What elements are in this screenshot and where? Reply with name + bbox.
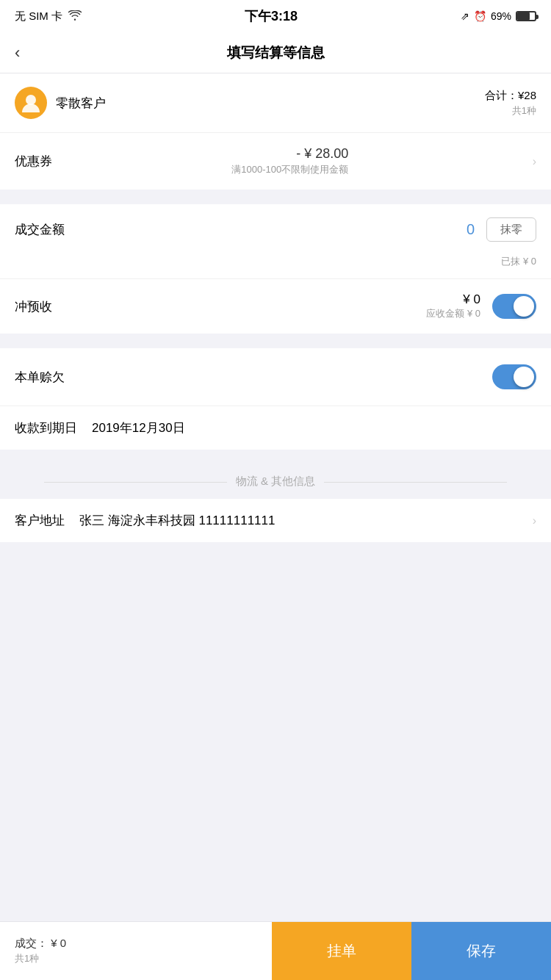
status-left: 无 SIM 卡 [15, 10, 82, 24]
deal-value: 0 [467, 221, 475, 238]
debt-label: 本单赊欠 [15, 369, 65, 386]
alarm-icon: ⏰ [474, 10, 486, 22]
coupon-row[interactable]: 优惠券 - ¥ 28.00 满1000-100不限制使用金额 › [0, 132, 551, 190]
deal-sub: 已抹 ¥ 0 [0, 255, 551, 278]
customer-row: 零散客户 合计：¥28 共1种 [0, 73, 551, 132]
precollect-toggle[interactable] [492, 294, 536, 319]
divider-3 [0, 457, 551, 464]
content: 零散客户 合计：¥28 共1种 优惠券 - ¥ 28.00 满1000-100不… [0, 73, 551, 682]
bottom-bar: 成交： ¥ 0 共1种 挂单 保存 [0, 921, 551, 980]
coupon-amount: - ¥ 28.00 [231, 146, 348, 162]
precollect-amounts: ¥ 0 应收金额 ¥ 0 [426, 292, 480, 320]
deal-right: 0 抹零 [467, 217, 536, 242]
debt-section: 本单赊欠 收款到期日 2019年12月30日 [0, 348, 551, 450]
deal-amount-row: 成交金额 0 抹零 [0, 204, 551, 255]
customer-left: 零散客户 [15, 87, 106, 119]
coupon-label: 优惠券 [15, 153, 52, 170]
nav-bar: ‹ 填写结算等信息 [0, 32, 551, 73]
deal-label: 成交金额 [15, 221, 65, 238]
due-label: 收款到期日 [15, 419, 77, 436]
save-button[interactable]: 保存 [411, 922, 551, 981]
logistics-label: 物流 & 其他信息 [227, 475, 324, 487]
customer-right: 合计：¥28 共1种 [485, 89, 536, 118]
logistics-header: 物流 & 其他信息 [0, 464, 551, 499]
status-bar: 无 SIM 卡 下午3:18 ⇗ ⏰ 69% [0, 0, 551, 32]
svg-point-0 [26, 95, 36, 105]
total-count: 共1种 [485, 104, 536, 118]
hold-button[interactable]: 挂单 [272, 922, 411, 981]
divider-1 [0, 197, 551, 204]
chevron-right-icon: › [533, 155, 536, 168]
bottom-deal-label: 成交： ¥ 0 [15, 937, 257, 951]
precollect-row: 冲预收 ¥ 0 应收金额 ¥ 0 [0, 278, 551, 334]
coupon-right: - ¥ 28.00 满1000-100不限制使用金额 [231, 146, 348, 176]
due-date-row: 收款到期日 2019年12月30日 [0, 406, 551, 450]
back-button[interactable]: ‹ [15, 43, 20, 62]
avatar [15, 87, 47, 119]
total-label: 合计：¥28 [485, 89, 536, 103]
wifi-icon [68, 10, 82, 23]
address-row[interactable]: 客户地址 张三 海淀永丰科技园 11111111111 › [0, 499, 551, 542]
toggle-knob [514, 296, 534, 317]
precollect-right: ¥ 0 应收金额 ¥ 0 [426, 292, 536, 320]
coupon-desc: 满1000-100不限制使用金额 [231, 163, 348, 176]
bottom-count-label: 共1种 [15, 952, 257, 965]
address-value: 张三 海淀永丰科技园 11111111111 [79, 512, 528, 529]
battery-icon [516, 11, 536, 21]
empty-space [0, 550, 551, 682]
status-time: 下午3:18 [245, 7, 298, 25]
carrier-text: 无 SIM 卡 [15, 10, 62, 24]
debt-toggle-knob [514, 367, 534, 387]
customer-section: 零散客户 合计：¥28 共1种 优惠券 - ¥ 28.00 满1000-100不… [0, 73, 551, 190]
address-label: 客户地址 [15, 512, 65, 529]
divider-2 [0, 341, 551, 348]
round-button[interactable]: 抹零 [486, 217, 536, 242]
customer-name: 零散客户 [56, 95, 106, 112]
address-chevron-icon: › [533, 514, 536, 527]
location-icon: ⇗ [461, 10, 469, 22]
due-date: 2019年12月30日 [92, 419, 185, 436]
pre-sub: 应收金额 ¥ 0 [426, 307, 480, 320]
battery-percent: 69% [491, 10, 511, 22]
bottom-info: 成交： ¥ 0 共1种 [0, 937, 272, 965]
status-right: ⇗ ⏰ 69% [461, 10, 536, 22]
debt-row: 本单赊欠 [0, 348, 551, 406]
pre-amount: ¥ 0 [426, 292, 480, 307]
deal-section: 成交金额 0 抹零 已抹 ¥ 0 冲预收 ¥ 0 应收金额 ¥ 0 [0, 204, 551, 334]
page-title: 填写结算等信息 [227, 43, 325, 62]
address-section: 客户地址 张三 海淀永丰科技园 11111111111 › [0, 499, 551, 542]
precollect-label: 冲预收 [15, 298, 52, 315]
debt-toggle[interactable] [492, 364, 536, 389]
